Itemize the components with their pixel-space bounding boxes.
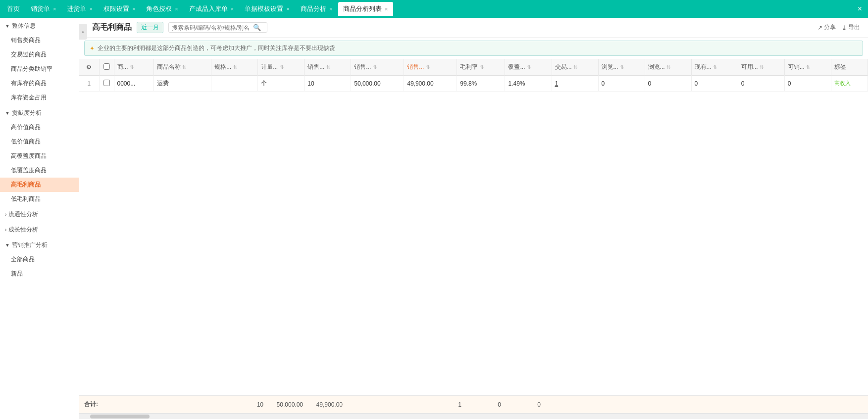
scrollbar-thumb[interactable] — [90, 415, 150, 419]
nav-tab-analysis[interactable]: 商品分析 × — [296, 2, 337, 16]
sidebar-item-low-value[interactable]: 低价值商品 — [0, 135, 79, 149]
search-input[interactable] — [172, 24, 251, 31]
cell-browse2: 0 — [645, 76, 691, 92]
sort-transaction[interactable]: ⇅ — [573, 64, 577, 70]
cell-name[interactable]: 运费 — [153, 76, 211, 92]
cell-tag: 高收入 — [831, 76, 868, 92]
nav-tab-purchase[interactable]: 进货单 × — [62, 2, 97, 16]
col-sales1[interactable]: 销售... ⇅ — [305, 59, 351, 76]
row-checkbox[interactable] — [103, 80, 110, 86]
close-role-tab[interactable]: × — [175, 6, 178, 12]
col-sales2[interactable]: 销售... ⇅ — [351, 59, 404, 76]
cell-sales1: 10 — [305, 76, 351, 92]
sort-saleable[interactable]: ⇅ — [806, 64, 810, 70]
sidebar-item-low-margin[interactable]: 低毛利商品 — [0, 192, 79, 206]
col-browse1[interactable]: 浏览... ⇅ — [598, 59, 645, 76]
filter-recent-month-button[interactable]: 近一月 — [137, 22, 163, 33]
table-row: 1 0000... 运费 个 10 50,000.00 49,900.00 99… — [79, 76, 868, 92]
total-label: 合计: — [84, 400, 108, 409]
close-sales-tab[interactable]: × — [53, 6, 56, 12]
sort-sales3[interactable]: ⇅ — [426, 64, 430, 70]
section-growth-label: 成长性分析 — [8, 226, 38, 234]
col-code[interactable]: 商... ⇅ — [114, 59, 153, 76]
sidebar-section-overall[interactable]: ▼ 整体信息 — [0, 18, 79, 33]
share-button[interactable]: ↗ 分享 — [817, 23, 836, 32]
nav-tab-home[interactable]: 首页 — [2, 2, 25, 16]
sidebar-item-in-stock[interactable]: 有库存的商品 — [0, 76, 79, 91]
sidebar-section-marketing[interactable]: ▼ 营销推广分析 — [0, 237, 79, 252]
info-banner-text: 企业的主要的利润都是这部分商品创造的，可考虑加大推广，同时关注库存是不要出现缺货 — [98, 44, 335, 52]
close-permission-tab[interactable]: × — [132, 6, 135, 12]
nav-tab-analysis-list[interactable]: 商品分析列表 × — [338, 2, 393, 16]
close-all-button[interactable]: × — [854, 4, 866, 13]
sort-unit[interactable]: ⇅ — [280, 64, 284, 70]
search-icon[interactable]: 🔍 — [253, 24, 261, 31]
sort-browse1[interactable]: ⇅ — [620, 64, 624, 70]
close-analysis-list-tab[interactable]: × — [385, 6, 388, 12]
close-analysis-tab[interactable]: × — [329, 6, 332, 12]
sort-gross-rate[interactable]: ⇅ — [480, 64, 484, 70]
sidebar-collapse-button[interactable]: « — [79, 24, 87, 40]
col-browse2[interactable]: 浏览... ⇅ — [645, 59, 691, 76]
total-sales1: 10 — [227, 401, 266, 408]
section-marketing-arrow: ▼ — [5, 242, 10, 248]
sidebar-item-category-assist[interactable]: 商品分类助销率 — [0, 62, 79, 76]
sidebar-item-traded-goods[interactable]: 交易过的商品 — [0, 47, 79, 62]
col-tag: 标签 — [831, 59, 868, 76]
col-transaction[interactable]: 交易... ⇅ — [552, 59, 598, 76]
sidebar-item-high-coverage[interactable]: 高覆盖度商品 — [0, 149, 79, 163]
sort-code[interactable]: ⇅ — [130, 64, 134, 70]
horizontal-scrollbar[interactable] — [79, 413, 868, 419]
close-product-entry-tab[interactable]: × — [231, 6, 234, 12]
nav-tab-sales[interactable]: 销货单 × — [26, 2, 61, 16]
sidebar-item-stock-capital[interactable]: 库存资金占用 — [0, 91, 79, 105]
nav-tab-permission[interactable]: 权限设置 × — [99, 2, 140, 16]
col-checkbox — [99, 59, 114, 76]
col-settings[interactable]: ⚙ — [79, 59, 99, 76]
sidebar-item-new-goods[interactable]: 新品 — [0, 267, 79, 281]
sidebar-section-liquidity[interactable]: › 流通性分析 — [0, 206, 79, 222]
sort-coverage[interactable]: ⇅ — [527, 64, 531, 70]
sort-available[interactable]: ⇅ — [760, 64, 764, 70]
sort-name[interactable]: ⇅ — [182, 64, 186, 70]
select-all-checkbox[interactable] — [103, 63, 110, 70]
col-current[interactable]: 现有... ⇅ — [691, 59, 738, 76]
nav-tab-template[interactable]: 单据模板设置 × — [240, 2, 294, 16]
nav-tab-role[interactable]: 角色授权 × — [141, 2, 183, 16]
col-unit[interactable]: 计量... ⇅ — [258, 59, 305, 76]
col-available[interactable]: 可用... ⇅ — [738, 59, 784, 76]
sort-sales1[interactable]: ⇅ — [326, 64, 330, 70]
content-header: 高毛利商品 近一月 🔍 ↗ 分享 ⤓ 导出 — [79, 18, 868, 38]
sidebar-section-contribution[interactable]: ▼ 贡献度分析 — [0, 105, 79, 120]
total-sales3: 49,900.00 — [306, 401, 346, 408]
transaction-link[interactable]: 1 — [555, 80, 559, 87]
close-template-tab[interactable]: × — [286, 6, 289, 12]
col-sales3[interactable]: 销售... ⇅ — [404, 59, 457, 76]
total-sales2: 50,000.00 — [266, 401, 306, 408]
close-purchase-tab[interactable]: × — [89, 6, 92, 12]
sidebar-item-high-margin[interactable]: 高毛利商品 — [0, 178, 79, 192]
total-gross-spacer — [346, 401, 385, 408]
sort-browse2[interactable]: ⇅ — [666, 64, 670, 70]
cell-code[interactable]: 0000... — [114, 76, 153, 92]
sort-spec[interactable]: ⇅ — [233, 64, 237, 70]
sidebar-section-growth[interactable]: › 成长性分析 — [0, 222, 79, 237]
col-gross-rate[interactable]: 毛利率 ⇅ — [457, 59, 505, 76]
col-coverage[interactable]: 覆盖... ⇅ — [505, 59, 552, 76]
footer-total: 合计: 10 50,000.00 49,900.00 1 0 0 — [79, 395, 868, 413]
sort-sales2[interactable]: ⇅ — [373, 64, 377, 70]
col-saleable[interactable]: 可销... ⇅ — [784, 59, 831, 76]
sidebar-item-sales-goods[interactable]: 销售类商品 — [0, 33, 79, 47]
main-layout: ▼ 整体信息 销售类商品 交易过的商品 商品分类助销率 有库存的商品 库存资金占… — [0, 18, 868, 419]
sort-current[interactable]: ⇅ — [713, 64, 717, 70]
sidebar-item-all-goods[interactable]: 全部商品 — [0, 252, 79, 267]
export-button[interactable]: ⤓ 导出 — [842, 23, 860, 32]
search-box: 🔍 — [168, 22, 267, 33]
goods-table: ⚙ 商... ⇅ 商品名称 ⇅ 规格... ⇅ 计量... ⇅ 销售... ⇅ … — [79, 59, 868, 92]
sidebar-item-high-value[interactable]: 高价值商品 — [0, 120, 79, 135]
section-marketing-label: 营销推广分析 — [12, 241, 48, 249]
col-name[interactable]: 商品名称 ⇅ — [153, 59, 211, 76]
nav-tab-product-entry[interactable]: 产成品入库单 × — [184, 2, 239, 16]
sidebar-item-low-coverage[interactable]: 低覆盖度商品 — [0, 163, 79, 178]
col-spec[interactable]: 规格... ⇅ — [211, 59, 258, 76]
